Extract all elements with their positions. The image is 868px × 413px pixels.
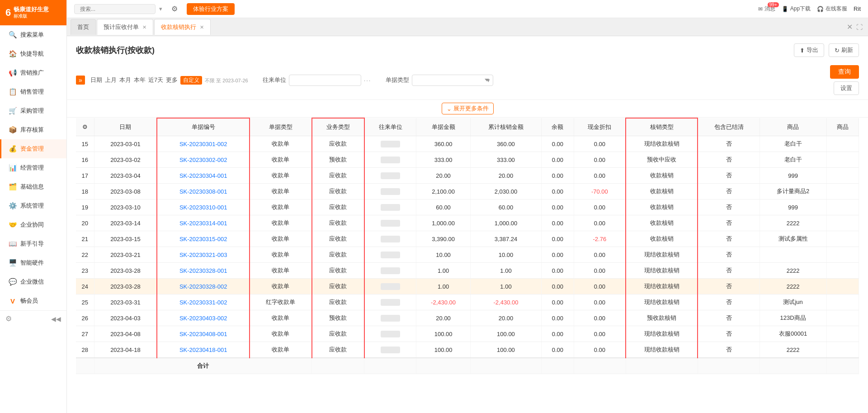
th-verified-amount[interactable]: 累计核销金额 — [470, 118, 542, 136]
sidebar-item-hardware[interactable]: 🖥️ 智能硬件 — [0, 253, 66, 272]
tab-home[interactable]: 首页 — [71, 19, 96, 35]
sidebar-item-search[interactable]: 🔍 搜索菜单 — [0, 25, 66, 44]
cell-date: 2023-03-21 — [94, 247, 157, 263]
sidebar-item-funds[interactable]: 💰 资金管理 — [0, 139, 66, 158]
tab-pre-payment-close[interactable]: ✕ — [142, 24, 146, 30]
topbar: ▾ ⚙ 体验行业方案 ✉ 消息 99+ 📱 App下载 🎧 在线客服 Rit — [67, 0, 868, 18]
cell-cash-discount: 0.00 — [574, 279, 626, 294]
cell-balance: 0.00 — [542, 310, 574, 326]
filter-date-this-month[interactable]: 本月 — [119, 76, 131, 84]
sidebar-item-system[interactable]: ⚙️ 系统管理 — [0, 196, 66, 215]
topbar-search-input[interactable] — [74, 4, 156, 14]
online-service-item[interactable]: 🎧 在线客服 — [817, 5, 847, 13]
voucher-no-link[interactable]: SK-20230302-002 — [179, 157, 227, 163]
th-balance[interactable]: 余额 — [542, 118, 574, 136]
sidebar-item-quick-nav[interactable]: 🏠 快捷导航 — [0, 44, 66, 63]
filter-partner-input[interactable] — [289, 75, 361, 86]
filter-toggle-btn[interactable]: » — [76, 76, 85, 85]
th-goods[interactable]: 商品 — [760, 118, 826, 136]
filter-date-7days[interactable]: 近7天 — [148, 76, 163, 84]
voucher-no-link[interactable]: SK-20230304-001 — [179, 172, 227, 179]
th-partner[interactable]: 往来单位 — [364, 118, 416, 136]
app-download-item[interactable]: 📱 App下载 — [782, 5, 811, 13]
cell-include-settled: 否 — [698, 168, 760, 184]
cell-biz-type: 应收款 — [312, 136, 364, 152]
settings-icon[interactable]: ⚙ — [5, 314, 12, 323]
export-button[interactable]: ⬆ 导出 — [794, 43, 824, 57]
cell-voucher-type: 收款单 — [250, 136, 312, 152]
cell-goods: 老白干 — [760, 152, 826, 168]
sidebar-item-sales[interactable]: 📋 销售管理 — [0, 82, 66, 101]
voucher-no-link[interactable]: SK-20230328-001 — [179, 267, 227, 274]
expand-more-btn[interactable]: ⌄ 展开更多条件 — [442, 103, 494, 114]
voucher-no-link[interactable]: SK-20230418-001 — [179, 347, 227, 353]
topbar-dropdown-icon[interactable]: ▾ — [159, 5, 162, 12]
sidebar-item-operations[interactable]: 📊 经营管理 — [0, 158, 66, 177]
th-goods2[interactable]: 商品 — [826, 118, 859, 136]
table-wrapper[interactable]: ⚙ 日期 单据编号 单据类型 业务类型 往来单位 单据金额 累计核销金额 余额 … — [67, 118, 868, 413]
cell-cash-discount: -2.76 — [574, 231, 626, 247]
th-verify-type[interactable]: 核销类型 — [626, 118, 698, 136]
voucher-no-link[interactable]: SK-20230308-001 — [179, 188, 227, 195]
wechat-icon: 💬 — [9, 278, 17, 286]
voucher-no-link[interactable]: SK-20230403-002 — [179, 315, 227, 322]
tab-payment-exec-close[interactable]: ✕ — [200, 24, 204, 30]
cell-partner — [364, 263, 416, 279]
filter-settings-button[interactable]: 设置 — [834, 81, 859, 95]
tab-payment-exec[interactable]: 收款核销执行 ✕ — [154, 19, 211, 35]
refresh-button[interactable]: ↻ 刷新 — [829, 43, 859, 57]
cell-row-no: 18 — [76, 184, 94, 199]
logo-sub: 标准版 — [14, 13, 49, 19]
tab-close-all-icon[interactable]: ✕ — [847, 23, 853, 31]
voucher-no-link[interactable]: SK-20230301-002 — [179, 141, 227, 147]
filter-dots[interactable]: ··· — [364, 77, 372, 84]
cell-voucher-no: SK-20230308-001 — [157, 184, 250, 199]
topbar-gear-button[interactable]: ⚙ — [166, 2, 183, 15]
industry-btn[interactable]: 体验行业方案 — [187, 3, 235, 15]
query-button[interactable]: 查询 — [830, 65, 859, 79]
voucher-no-link[interactable]: SK-20230331-002 — [179, 299, 227, 306]
voucher-no-link[interactable]: SK-20230310-001 — [179, 204, 227, 211]
th-amount[interactable]: 单据金额 — [416, 118, 470, 136]
cell-verify-type: 现结收款核销 — [626, 263, 698, 279]
sidebar-item-purchase[interactable]: 🛒 采购管理 — [0, 101, 66, 120]
voucher-no-link[interactable]: SK-20230408-001 — [179, 331, 227, 337]
message-icon-item[interactable]: ✉ 消息 99+ — [758, 5, 775, 13]
tab-maximize-icon[interactable]: ⛶ — [856, 24, 863, 31]
filter-voucher-type-select[interactable] — [412, 75, 493, 86]
sidebar-item-enterprise[interactable]: 🤝 企业协同 — [0, 215, 66, 234]
th-voucher-type[interactable]: 单据类型 — [250, 118, 312, 136]
cell-balance: 0.00 — [542, 184, 574, 199]
table-row: 21 2023-03-15 SK-20230315-002 收款单 应收款 3,… — [76, 231, 859, 247]
th-voucher-no[interactable]: 单据编号 — [157, 118, 250, 136]
cell-row-no: 23 — [76, 263, 94, 279]
cell-biz-type: 应收款 — [312, 184, 364, 199]
user-name-item[interactable]: Rit — [854, 5, 861, 12]
th-settings[interactable]: ⚙ — [76, 118, 94, 136]
filter-date-prev-month[interactable]: 上月 — [105, 76, 117, 84]
cell-cash-discount: 0.00 — [574, 168, 626, 184]
th-biz-type[interactable]: 业务类型 — [312, 118, 364, 136]
sidebar-item-wechat[interactable]: 💬 企业微信 — [0, 272, 66, 291]
voucher-no-link[interactable]: SK-20230328-002 — [179, 283, 227, 290]
collapse-icon[interactable]: ◀◀ — [51, 315, 61, 323]
cell-biz-type: 应收款 — [312, 199, 364, 215]
filter-date-this-year[interactable]: 本年 — [134, 76, 146, 84]
filter-date-custom[interactable]: 自定义 — [180, 76, 202, 85]
sidebar-item-member[interactable]: V 畅会员 — [0, 291, 66, 310]
filter-date-more[interactable]: 更多 — [166, 76, 178, 84]
cell-biz-type: 应收款 — [312, 168, 364, 184]
cell-partner — [364, 184, 416, 199]
th-cash-discount[interactable]: 现金折扣 — [574, 118, 626, 136]
sidebar-item-inventory[interactable]: 📦 库存核算 — [0, 120, 66, 139]
tab-pre-payment[interactable]: 预计应收付单 ✕ — [97, 19, 153, 35]
voucher-no-link[interactable]: SK-20230321-003 — [179, 252, 227, 258]
sidebar-item-marketing[interactable]: 📢 营销推广 — [0, 63, 66, 82]
sidebar-item-guide[interactable]: 📖 新手引导 — [0, 234, 66, 253]
th-include-settled[interactable]: 包含已结清 — [698, 118, 760, 136]
voucher-no-link[interactable]: SK-20230315-002 — [179, 236, 227, 242]
voucher-no-link[interactable]: SK-20230314-001 — [179, 220, 227, 227]
sidebar-item-basic-info[interactable]: 🗂️ 基础信息 — [0, 177, 66, 196]
th-date[interactable]: 日期 — [94, 118, 157, 136]
cell-amount: 333.00 — [416, 152, 470, 168]
